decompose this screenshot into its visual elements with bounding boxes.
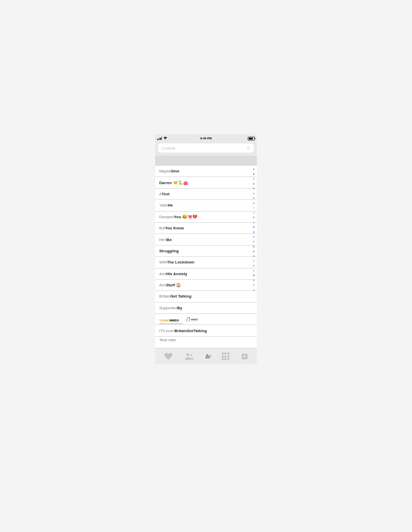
list-item[interactable]: Struggling: [155, 246, 257, 257]
itv-logo[interactable]: itv: [205, 353, 211, 360]
index-letter[interactable]: L: [252, 220, 256, 225]
svg-line-1: [249, 149, 250, 150]
list-item-name: Struggling: [159, 249, 179, 253]
list-item[interactable]: And His Anxiety: [155, 269, 257, 280]
index-letter[interactable]: W: [252, 273, 256, 278]
index-letter[interactable]: F: [252, 191, 256, 196]
list-item-prefix: Maybe: [159, 169, 171, 173]
list-item-name: You Know: [165, 226, 184, 230]
index-letter[interactable]: Y: [252, 283, 256, 288]
youngminds-logo: YOUNGMINDS Fighting for young people's m…: [159, 314, 183, 324]
search-icon: [247, 146, 251, 150]
alpha-index[interactable]: ABCDEFGHIJKLMNOPQRSTUVWXYZ: [252, 167, 256, 348]
index-letter[interactable]: P: [252, 240, 256, 245]
list-item-prefix: Yeah: [159, 203, 168, 208]
list-item[interactable]: Yeah He: [155, 200, 257, 211]
list-item-emoji: 🏠: [176, 283, 181, 287]
index-letter[interactable]: V: [252, 269, 256, 274]
index-letter[interactable]: U: [252, 263, 256, 269]
logos-row[interactable]: YOUNGMINDS Fighting for young people's m…: [155, 314, 257, 325]
list-item-name: His Anxiety: [166, 272, 188, 276]
tab-bar: itv: [155, 348, 257, 364]
list-item-prefix: And: [159, 272, 166, 276]
index-letter[interactable]: Q: [252, 244, 256, 249]
list-item[interactable]: Supported By: [155, 303, 257, 314]
contacts-tab-icon[interactable]: [185, 353, 194, 360]
list-item-name: Be: [167, 238, 172, 242]
list-item-prefix: Supported: [159, 306, 178, 310]
list-item-prefix: With: [159, 260, 167, 264]
status-bar: 9:46 PM: [155, 134, 257, 141]
index-letter[interactable]: X: [252, 278, 256, 283]
list-item-prefix: Britain: [159, 294, 170, 299]
list-item-name: By: [178, 306, 183, 310]
status-time: 9:46 PM: [155, 137, 257, 140]
list-item-name: Darren: [159, 181, 172, 185]
index-letter[interactable]: R: [252, 249, 256, 254]
list-item[interactable]: But You Know: [155, 223, 257, 234]
list-item-name: Give: [171, 169, 180, 173]
section-divider: [155, 156, 257, 166]
list-item-prefix: Dumped: [159, 215, 174, 219]
list-item-name: Stuff: [166, 283, 175, 287]
svg-point-2: [186, 353, 189, 356]
search-placeholder: Contacts: [161, 146, 175, 150]
index-letter[interactable]: K: [252, 215, 256, 220]
svg-point-0: [247, 146, 249, 149]
index-letter[interactable]: N: [252, 230, 256, 235]
list-item[interactable]: ITV.com/BritainGetTalking: [155, 325, 257, 336]
list-item[interactable]: A Text: [155, 189, 257, 200]
keypad-tab-icon[interactable]: [222, 352, 229, 360]
index-letter[interactable]: H: [252, 201, 256, 206]
index-letter[interactable]: A: [252, 167, 256, 172]
list-item-prefix: And: [159, 283, 166, 287]
index-letter[interactable]: G: [252, 196, 256, 201]
list-item[interactable]: And Stuff 🏠: [155, 280, 257, 291]
list-item-name: Text: [162, 192, 169, 196]
index-letter[interactable]: B: [252, 172, 256, 177]
index-letter[interactable]: E: [252, 186, 256, 191]
favorites-tab-icon[interactable]: [164, 353, 173, 360]
index-letter[interactable]: D: [252, 182, 256, 187]
list-item-peek[interactable]: Teve meh: [155, 337, 257, 344]
svg-point-3: [190, 354, 192, 356]
list-item[interactable]: Darren 🤝🐍👛: [155, 177, 257, 188]
voicemail-tab-icon[interactable]: [241, 353, 248, 360]
index-letter[interactable]: M: [252, 225, 256, 230]
battery-icon: [248, 137, 255, 140]
list-item-prefix: But: [159, 226, 165, 230]
index-letter[interactable]: C: [252, 176, 256, 182]
list-item-name: Get Talking: [170, 294, 191, 299]
list-item[interactable]: Dumped You 😂💘💔: [155, 212, 257, 223]
phone-frame: 9:46 PM Contacts Maybe GiveDarren 🤝🐍👛A T…: [155, 134, 257, 364]
search-input[interactable]: Contacts: [158, 143, 254, 153]
list-item-emoji: 😂💘💔: [182, 215, 197, 219]
index-letter[interactable]: S: [252, 254, 256, 259]
list-item-prefix: He'll: [159, 238, 167, 242]
index-letter[interactable]: T: [252, 259, 256, 264]
index-letter[interactable]: O: [252, 234, 256, 240]
mind-logo: mind: [186, 317, 198, 322]
list-item[interactable]: He'll Be: [155, 234, 257, 245]
list-item-name: He: [168, 203, 173, 208]
list-item-name: The Lockdown: [167, 260, 194, 264]
list-item-emoji: 🤝🐍👛: [173, 181, 188, 185]
contacts-list[interactable]: Maybe GiveDarren 🤝🐍👛A TextYeah HeDumped …: [155, 166, 257, 348]
index-letter[interactable]: I: [252, 205, 256, 211]
index-letter[interactable]: Z: [252, 288, 256, 293]
status-right: [248, 137, 255, 140]
search-container: Contacts: [155, 141, 257, 156]
list-item[interactable]: Maybe Give: [155, 166, 257, 177]
index-letter[interactable]: J: [252, 211, 256, 216]
list-item[interactable]: With The Lockdown: [155, 257, 257, 268]
list-item-name: You: [174, 215, 181, 219]
list-item[interactable]: Britain Get Talking: [155, 291, 257, 302]
